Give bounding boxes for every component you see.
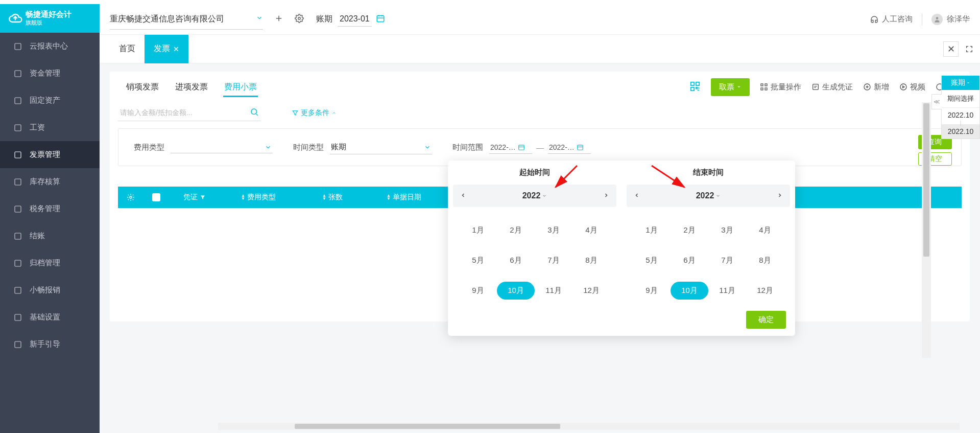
generate-voucher-link[interactable]: 生成凭证 bbox=[811, 82, 853, 92]
close-icon[interactable]: ✕ bbox=[173, 45, 179, 53]
month-option[interactable]: 2月 bbox=[671, 221, 708, 239]
svg-rect-4 bbox=[15, 152, 21, 158]
more-filter-toggle[interactable]: 更多条件 bbox=[292, 108, 337, 118]
tab-label: 首页 bbox=[119, 43, 135, 54]
select-all-checkbox[interactable] bbox=[144, 193, 169, 201]
sidebar-item-11[interactable]: 新手引导 bbox=[0, 331, 100, 358]
month-option[interactable]: 6月 bbox=[671, 252, 708, 269]
svg-rect-0 bbox=[15, 43, 21, 50]
sub-tab-0[interactable]: 销项发票 bbox=[118, 72, 167, 102]
time-type-value: 账期 bbox=[331, 142, 346, 152]
caret-down-icon bbox=[966, 81, 970, 85]
time-type-select[interactable]: 账期 bbox=[330, 140, 432, 154]
month-option[interactable]: 7月 bbox=[708, 252, 746, 269]
tax-icon bbox=[13, 204, 22, 214]
month-option[interactable]: 5月 bbox=[633, 252, 671, 269]
prev-year-button[interactable] bbox=[460, 191, 466, 200]
month-option[interactable]: 3月 bbox=[535, 221, 572, 239]
close-tab-button[interactable]: ✕ bbox=[943, 41, 959, 57]
expense-type-select[interactable] bbox=[171, 142, 273, 153]
confirm-button[interactable]: 确定 bbox=[746, 311, 786, 329]
user-menu[interactable]: 徐泽华 bbox=[931, 14, 970, 25]
month-option[interactable]: 11月 bbox=[708, 282, 746, 300]
month-option[interactable]: 11月 bbox=[535, 282, 572, 300]
next-year-button[interactable] bbox=[603, 191, 609, 200]
col-count[interactable]: ▲▼ 张数 bbox=[297, 193, 368, 202]
month-option[interactable]: 4月 bbox=[746, 221, 784, 239]
brand-edition: 旗舰版 bbox=[26, 19, 71, 27]
period-item[interactable]: 2022.10 bbox=[942, 124, 979, 139]
date-from-input[interactable]: 2022-… bbox=[489, 141, 532, 154]
guide-icon bbox=[13, 340, 22, 349]
sidebar-item-5[interactable]: 库存核算 bbox=[0, 168, 100, 195]
month-option[interactable]: 8月 bbox=[746, 252, 784, 269]
fullscreen-icon[interactable] bbox=[964, 43, 975, 55]
next-year-button[interactable] bbox=[777, 191, 783, 200]
fetch-invoice-button[interactable]: 取票 bbox=[711, 78, 750, 96]
report-icon bbox=[13, 42, 22, 51]
prev-year-button[interactable] bbox=[634, 191, 640, 200]
month-option[interactable]: 6月 bbox=[497, 252, 535, 269]
sidebar-item-6[interactable]: 税务管理 bbox=[0, 195, 100, 222]
month-option[interactable]: 10月 bbox=[671, 282, 708, 300]
add-link[interactable]: 新增 bbox=[863, 82, 889, 92]
expense-type-filter: 费用类型 bbox=[134, 142, 273, 153]
sidebar-item-3[interactable]: 工资 bbox=[0, 114, 100, 141]
col-voucher[interactable]: 凭证 bbox=[169, 193, 220, 202]
gear-icon[interactable] bbox=[295, 14, 304, 25]
page-tab-1[interactable]: 发票✕ bbox=[145, 35, 188, 63]
col-expense-type[interactable]: ▲▼ 费用类型 bbox=[220, 193, 297, 202]
search-icon[interactable] bbox=[250, 107, 259, 118]
sidebar-item-2[interactable]: 固定资产 bbox=[0, 87, 100, 114]
month-option[interactable]: 9月 bbox=[459, 282, 497, 300]
qrcode-icon[interactable] bbox=[689, 81, 701, 94]
add-icon[interactable] bbox=[274, 14, 283, 25]
settings-icon bbox=[13, 313, 22, 322]
date-to-input[interactable]: 2022-… bbox=[548, 141, 591, 154]
sidebar-item-9[interactable]: 小畅报销 bbox=[0, 277, 100, 304]
period-value[interactable]: 2023-01 bbox=[338, 12, 372, 27]
sidebar-item-7[interactable]: 结账 bbox=[0, 222, 100, 249]
month-option[interactable]: 8月 bbox=[572, 252, 610, 269]
period-panel-expand[interactable]: ≪ bbox=[931, 94, 942, 109]
month-option[interactable]: 12月 bbox=[572, 282, 610, 300]
fetch-label: 取票 bbox=[719, 82, 734, 92]
sidebar-item-4[interactable]: 发票管理 bbox=[0, 141, 100, 168]
sidebar-item-label: 税务管理 bbox=[30, 204, 60, 214]
month-option[interactable]: 1月 bbox=[459, 221, 497, 239]
svg-rect-13 bbox=[377, 16, 384, 22]
end-year-select[interactable]: 2022 bbox=[696, 191, 721, 200]
sidebar-item-8[interactable]: 归档管理 bbox=[0, 249, 100, 277]
company-selector[interactable]: 重庆畅捷交通信息咨询有限公司 bbox=[110, 9, 263, 30]
sidebar-item-0[interactable]: 云报表中心 bbox=[0, 33, 100, 60]
month-option[interactable]: 3月 bbox=[708, 221, 746, 239]
period-panel-head[interactable]: 账期 bbox=[942, 76, 979, 90]
batch-operation-link[interactable]: 批量操作 bbox=[760, 82, 801, 92]
horizontal-scrollbar[interactable] bbox=[218, 423, 960, 430]
month-option[interactable]: 1月 bbox=[633, 221, 671, 239]
month-option[interactable]: 4月 bbox=[572, 221, 610, 239]
table-settings-gear-icon[interactable] bbox=[118, 193, 144, 201]
start-year-select[interactable]: 2022 bbox=[522, 191, 547, 200]
col-doc-date[interactable]: ▲▼ 单据日期 bbox=[368, 193, 440, 202]
support-link[interactable]: 人工咨询 bbox=[870, 14, 913, 24]
month-option[interactable]: 12月 bbox=[746, 282, 784, 300]
amount-search-input[interactable] bbox=[118, 104, 261, 121]
page-tab-0[interactable]: 首页 bbox=[110, 35, 145, 63]
vertical-scrollbar[interactable] bbox=[922, 102, 931, 358]
month-option[interactable]: 2月 bbox=[497, 221, 535, 239]
video-link[interactable]: 视频 bbox=[899, 82, 925, 92]
expense-type-label: 费用类型 bbox=[134, 143, 164, 152]
calendar-icon[interactable] bbox=[376, 14, 385, 25]
avatar-icon bbox=[931, 14, 943, 25]
svg-rect-10 bbox=[15, 314, 21, 321]
month-option[interactable]: 7月 bbox=[535, 252, 572, 269]
sub-tab-2[interactable]: 费用小票 bbox=[216, 72, 265, 102]
month-option[interactable]: 10月 bbox=[497, 282, 535, 300]
sidebar-item-1[interactable]: 资金管理 bbox=[0, 60, 100, 87]
month-option[interactable]: 9月 bbox=[633, 282, 671, 300]
sidebar-item-10[interactable]: 基础设置 bbox=[0, 304, 100, 331]
sidebar-item-label: 固定资产 bbox=[30, 96, 60, 105]
sub-tab-1[interactable]: 进项发票 bbox=[167, 72, 216, 102]
month-option[interactable]: 5月 bbox=[459, 252, 497, 269]
